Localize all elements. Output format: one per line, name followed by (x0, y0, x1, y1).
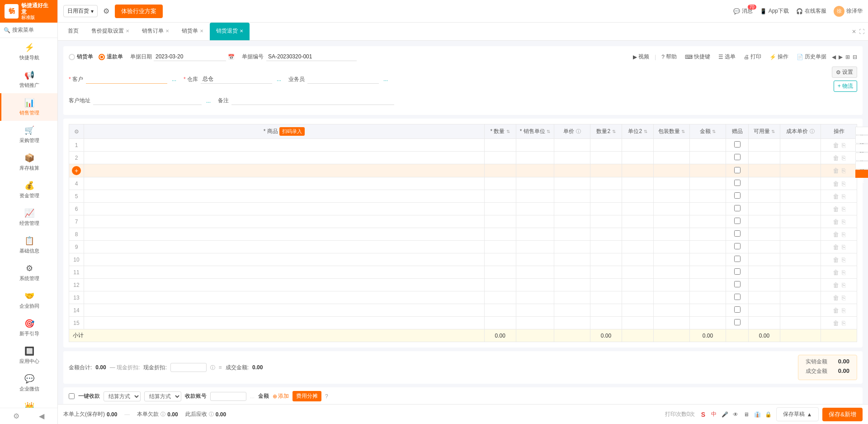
right-action-4[interactable]: 收藏 (855, 152, 868, 161)
pack-sort-icon[interactable]: ⇅ (681, 129, 685, 134)
sidebar-item-collab[interactable]: 🤝 企业协同 (0, 286, 57, 314)
address-select-btn[interactable]: ... (206, 98, 211, 104)
gift-checkbox[interactable] (734, 141, 741, 148)
select-btn[interactable]: ☰ 选单 (716, 52, 738, 62)
copy-row-btn[interactable]: ⎘ (840, 256, 847, 263)
staff-select-btn[interactable]: ... (383, 76, 388, 82)
cost-info-icon[interactable]: ⓘ (810, 129, 815, 134)
delete-row-btn[interactable]: 🗑 (831, 307, 840, 314)
collapse-btn[interactable]: ◀ (39, 412, 44, 420)
copy-row-btn[interactable]: ⎘ (840, 142, 847, 149)
gift-checkbox[interactable] (734, 230, 741, 237)
copy-row-btn[interactable]: ⎘ (840, 281, 847, 289)
date-input[interactable] (154, 52, 226, 61)
calendar-icon[interactable]: 📅 (228, 54, 235, 60)
delete-row-btn[interactable]: 🗑 (831, 256, 840, 263)
fee-split-btn[interactable]: 费用分摊 (292, 391, 321, 401)
shortcut-btn[interactable]: ⌨ 快捷键 (682, 52, 713, 62)
this-order-info-icon[interactable]: ⓘ (160, 411, 165, 418)
qty-sort-icon[interactable]: ⇅ (506, 129, 510, 134)
method-select[interactable]: 结算方式 (104, 391, 141, 401)
close-tab-icon[interactable]: ✕ (852, 29, 856, 35)
remark-input[interactable] (231, 96, 394, 105)
price-info-icon[interactable]: ⓘ (576, 129, 581, 134)
sidebar-item-inventory[interactable]: 📦 库存核算 (0, 148, 57, 176)
save-new-btn[interactable]: 保存&新增 (822, 408, 863, 421)
nav-selector[interactable]: 日用百货 ▾ (63, 5, 98, 17)
radio-sales[interactable]: 销货单 (69, 53, 93, 61)
history-btn[interactable]: 📄 历史单据 (794, 52, 829, 62)
tab-sales-order[interactable]: 销售订单 ✕ (136, 23, 175, 40)
customer-select-btn[interactable]: ... (172, 76, 176, 82)
tab-home[interactable]: 首页 (61, 23, 85, 40)
settings-bottom-btn[interactable]: ⚙ (13, 412, 19, 420)
qty2-sort-icon[interactable]: ⇅ (612, 129, 616, 134)
copy-row-btn[interactable]: ⎘ (840, 193, 847, 200)
one-key-checkbox[interactable] (69, 393, 75, 399)
delete-row-btn[interactable]: 🗑 (831, 294, 840, 301)
sidebar-item-operations[interactable]: 📈 经营管理 (0, 204, 57, 231)
delete-row-btn[interactable]: 🗑 (831, 231, 840, 238)
delete-row-btn[interactable]: 🗑 (831, 180, 840, 187)
delete-row-btn[interactable]: 🗑 (831, 154, 840, 162)
copy-row-btn[interactable]: ⎘ (840, 307, 847, 314)
copy-row-btn[interactable]: ⎘ (840, 319, 847, 327)
gift-checkbox[interactable] (734, 192, 741, 199)
tab-close-sales[interactable]: ✕ (200, 29, 203, 33)
gift-checkbox[interactable] (734, 218, 741, 224)
zhong-icon[interactable]: 中 (709, 410, 718, 419)
amount-sort-icon[interactable]: ⇅ (712, 129, 716, 134)
copy-row-btn[interactable]: ⎘ (840, 154, 847, 162)
gift-checkbox[interactable] (734, 180, 741, 186)
right-action-1[interactable]: 收藏 (855, 127, 868, 135)
help-btn[interactable]: ? 帮助 (659, 52, 679, 62)
copy-row-btn[interactable]: ⎘ (840, 243, 847, 251)
radio-return[interactable]: 退款单 (99, 53, 123, 61)
gift-checkbox[interactable] (734, 256, 741, 262)
warehouse-select-btn[interactable]: ... (277, 76, 281, 82)
person-icon[interactable]: 👔 (753, 410, 762, 419)
copy-row-btn[interactable]: ⎘ (840, 218, 847, 225)
delete-row-btn[interactable]: 🗑 (831, 193, 840, 200)
sidebar-item-system[interactable]: ⚙ 系统管理 (0, 259, 57, 286)
copy-row-btn[interactable]: ⎘ (840, 205, 847, 213)
sidebar-item-nav[interactable]: ⚡ 快捷导航 (0, 38, 57, 66)
expand-tab-icon[interactable]: ⛶ (859, 29, 864, 35)
next-record-icon[interactable]: ▶ (839, 54, 843, 60)
delete-row-btn[interactable]: 🗑 (831, 281, 840, 289)
monitor-icon[interactable]: 🖥 (742, 410, 751, 419)
prev-record-icon[interactable]: ◀ (832, 54, 836, 60)
copy-row-btn[interactable]: ⎘ (840, 231, 847, 238)
staff-input[interactable] (307, 75, 379, 84)
scan-btn[interactable]: 扫码录入 (279, 127, 305, 136)
sidebar-item-sales[interactable]: 📊 销售管理 (0, 93, 57, 121)
discount-input[interactable] (170, 363, 207, 372)
avail-sort-icon[interactable]: ⇅ (771, 129, 775, 134)
tab-price-extract[interactable]: 售价提取设置 ✕ (85, 23, 136, 40)
copy-row-btn[interactable]: ⎘ (840, 167, 847, 174)
delete-row-btn[interactable]: 🗑 (831, 218, 840, 225)
lock-icon[interactable]: 🔒 (764, 410, 773, 419)
fee-help-icon[interactable]: ? (325, 393, 328, 400)
right-action-6[interactable]: 反馈 (855, 170, 868, 178)
receivable-info-icon[interactable]: ⓘ (209, 411, 214, 418)
add-payment-btn[interactable]: ⊕ 添加 (273, 392, 289, 400)
delete-row-btn[interactable]: 🗑 (831, 205, 840, 213)
account-select[interactable]: 结算方式 (144, 391, 181, 401)
message-btn[interactable]: 💬 消息 70 (733, 7, 753, 15)
add-row-btn[interactable]: + (72, 166, 81, 175)
list-view-icon[interactable]: ⊞ (845, 54, 850, 60)
unit2-sort-icon[interactable]: ⇅ (644, 129, 647, 134)
grid-view-icon[interactable]: ⊟ (853, 54, 857, 60)
eye-icon[interactable]: 👁 (731, 410, 740, 419)
gift-checkbox[interactable] (734, 205, 741, 211)
discount-info-icon[interactable]: ⓘ (210, 364, 215, 371)
delete-row-btn[interactable]: 🗑 (831, 319, 840, 327)
s-icon[interactable]: S (698, 410, 708, 419)
gift-checkbox[interactable] (734, 154, 741, 160)
account-select-dots[interactable]: ... (250, 393, 255, 400)
sidebar-search[interactable]: 🔍 搜索菜单 (0, 23, 57, 38)
delete-row-btn[interactable]: 🗑 (831, 142, 840, 149)
mic-icon[interactable]: 🎤 (720, 410, 729, 419)
operation-btn[interactable]: ⚡ 操作 (767, 52, 791, 62)
